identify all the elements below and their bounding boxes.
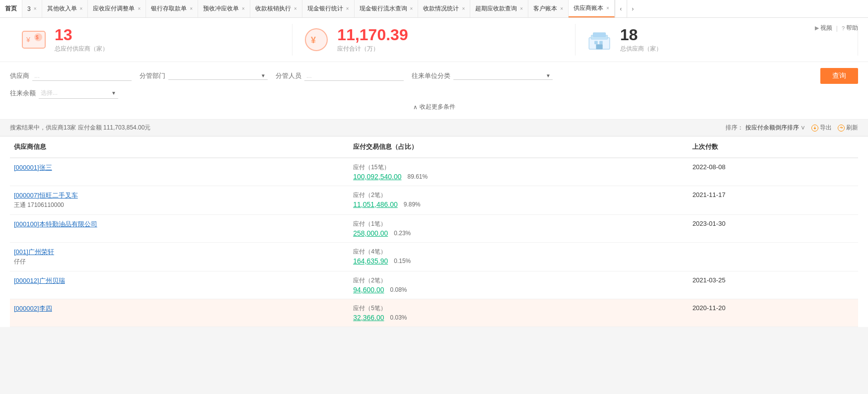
close-customer-ledger[interactable]: × <box>560 6 563 11</box>
close-tab-3[interactable]: × <box>34 6 37 11</box>
help-label: 帮助 <box>846 24 858 32</box>
txn-amount[interactable]: 32,366.00 <box>353 314 384 322</box>
txn-percent: 0.03% <box>390 314 407 321</box>
result-summary: 搜索结果中，供应商13家 应付金额 111,703,854.00元 <box>10 124 150 132</box>
nav-collection[interactable]: 收款核销执行 × <box>250 0 302 17</box>
nav-cash-stats-label: 现金银行统计 <box>307 4 343 13</box>
last-payment-cell: 2021-11-17 <box>688 186 858 215</box>
nav-adjust[interactable]: 应收应付调整单 × <box>88 0 146 17</box>
nav-supplier-ledger[interactable]: 供应商账本 × <box>569 0 615 17</box>
help-icon: ? <box>842 25 845 31</box>
nav-receipt-stats[interactable]: 收款情况统计 × <box>418 0 470 17</box>
txn-amount[interactable]: 11,051,486.00 <box>353 200 398 208</box>
video-link[interactable]: ▶ 视频 <box>815 24 832 32</box>
table-row: [000012]广州贝瑞应付（2笔）94,600.000.08%2021-03-… <box>10 271 858 299</box>
close-receipt-stats[interactable]: × <box>462 6 465 11</box>
close-bank[interactable]: × <box>190 6 193 11</box>
category-filter-label: 往来单位分类 <box>412 71 450 80</box>
export-icon <box>811 125 818 131</box>
data-table-container: 供应商信息 应付交易信息（占比） 上次付数 [000001]张三应付（15笔）1… <box>0 136 868 327</box>
last-payment-date: 2021-03-25 <box>692 276 725 284</box>
sort-label: 排序： 按应付余额倒序排序 ∨ <box>725 124 805 132</box>
dept-filter-label: 分管部门 <box>140 71 165 80</box>
close-other-income[interactable]: × <box>80 6 83 11</box>
nav-other-income[interactable]: 其他收入单 × <box>42 0 88 17</box>
txn-amount[interactable]: 258,000.00 <box>353 229 388 237</box>
filter-person: 分管人员 ... <box>276 71 404 81</box>
dept-select[interactable]: ▼ <box>168 72 268 80</box>
close-adjust[interactable]: × <box>138 6 141 11</box>
close-supplier-ledger[interactable]: × <box>606 5 609 11</box>
nav-home[interactable]: 首页 <box>0 0 22 17</box>
supplier-link[interactable]: [000100]本特勤油品有限公司 <box>14 220 97 228</box>
supplier-link[interactable]: [000001]张三 <box>14 164 52 171</box>
nav-scroll-right[interactable]: › <box>627 0 639 18</box>
txn-info-cell: 应付（5笔）32,366.000.03% <box>349 299 688 327</box>
supplier-link[interactable]: [000002]李四 <box>14 305 52 312</box>
txn-info-cell: 应付（1笔）258,000.000.23% <box>349 215 688 243</box>
total-payable-icon: ¥ <box>302 26 330 54</box>
nav-supplier-ledger-label: 供应商账本 <box>574 4 603 12</box>
nav-scroll-left[interactable]: ‹ <box>615 0 627 18</box>
supplier-select[interactable]: ... <box>32 71 132 81</box>
top-right-links: ▶ 视频 | ? 帮助 <box>815 24 858 32</box>
txn-label: 应付（5笔） <box>353 304 684 313</box>
last-payment-date: 2020-11-20 <box>692 304 725 312</box>
dept-arrow-icon: ▼ <box>261 73 266 78</box>
refresh-button[interactable]: 刷新 <box>838 124 858 132</box>
refresh-icon <box>838 125 845 131</box>
right-tools: 排序： 按应付余额倒序排序 ∨ 导出 刷新 <box>725 124 858 132</box>
txn-percent: 9.89% <box>404 201 421 208</box>
collapse-filter-button[interactable]: ∧ 收起更多条件 <box>413 103 455 111</box>
supplier-info-cell: [001]广州荣轩仔仔 <box>10 243 349 271</box>
close-cash-stats[interactable]: × <box>346 6 349 11</box>
supplier-link[interactable]: [000007]恒旺二手叉车 <box>14 192 78 199</box>
balance-select[interactable]: 选择... ▼ <box>39 88 118 99</box>
filter-dept: 分管部门 ▼ <box>140 71 268 80</box>
col-txn-info: 应付交易信息（占比） <box>349 136 688 158</box>
supplier-link[interactable]: [000012]广州贝瑞 <box>14 277 65 284</box>
txn-amount[interactable]: 164,635.90 <box>353 257 388 265</box>
nav-cash-stats[interactable]: 现金银行统计 × <box>302 0 355 17</box>
nav-cash-flow[interactable]: 现金银行流水查询 × <box>355 0 419 17</box>
close-overdue[interactable]: × <box>520 6 523 11</box>
nav-overdue[interactable]: 超期应收款查询 × <box>470 0 528 17</box>
nav-prepay-label: 预收冲应收单 <box>203 4 239 13</box>
last-payment-date: 2023-01-30 <box>692 220 725 227</box>
nav-bank-label: 银行存取款单 <box>151 4 187 13</box>
supplier-dots: ... <box>34 72 40 79</box>
stat-total-suppliers-content: 18 总供应商（家） <box>620 26 662 53</box>
person-select[interactable]: ... <box>304 71 404 81</box>
help-link[interactable]: ? 帮助 <box>842 24 858 32</box>
last-payment-cell <box>688 243 858 271</box>
query-button[interactable]: 查询 <box>820 68 858 84</box>
filter-area: 供应商 ... 分管部门 ▼ 分管人员 ... 往来单位分类 <box>0 62 868 120</box>
category-select[interactable]: ▼ <box>453 72 553 80</box>
stat-payable-label: 总应付供应商（家） <box>55 45 108 53</box>
nav-tab-3-label: 3 <box>27 5 31 12</box>
nav-bank[interactable]: 银行存取款单 × <box>146 0 198 17</box>
supplier-sub-info: 仔仔 <box>14 258 345 266</box>
nav-tab-3[interactable]: 3 × <box>22 0 42 17</box>
table-row: [000001]张三应付（15笔）100,092,540.0089.61%202… <box>10 158 858 186</box>
filter-row-1: 供应商 ... 分管部门 ▼ 分管人员 ... 往来单位分类 <box>10 68 858 84</box>
category-arrow-icon: ▼ <box>546 73 551 78</box>
svg-text:$: $ <box>36 35 39 40</box>
nav-customer-ledger[interactable]: 客户账本 × <box>528 0 569 17</box>
balance-arrow-icon: ▼ <box>111 90 116 96</box>
last-payment-date: 2022-08-08 <box>692 163 725 171</box>
txn-amount[interactable]: 94,600.00 <box>353 286 384 294</box>
export-button[interactable]: 导出 <box>811 124 832 132</box>
stat-total-payable-content: 11,170.39 应付合计（万） <box>337 26 408 53</box>
nav-prepay[interactable]: 预收冲应收单 × <box>198 0 250 17</box>
collapse-arrow-icon: ∧ <box>413 104 418 111</box>
txn-amount[interactable]: 100,092,540.00 <box>353 173 401 181</box>
close-cash-flow[interactable]: × <box>410 6 413 11</box>
sort-value[interactable]: 按应付余额倒序排序 <box>745 124 799 131</box>
export-label: 导出 <box>820 124 832 132</box>
supplier-link[interactable]: [001]广州荣轩 <box>14 248 54 256</box>
close-prepay[interactable]: × <box>242 6 245 11</box>
stat-payable-number: 13 <box>55 26 108 44</box>
close-collection[interactable]: × <box>294 6 297 11</box>
total-suppliers-icon <box>585 26 613 54</box>
